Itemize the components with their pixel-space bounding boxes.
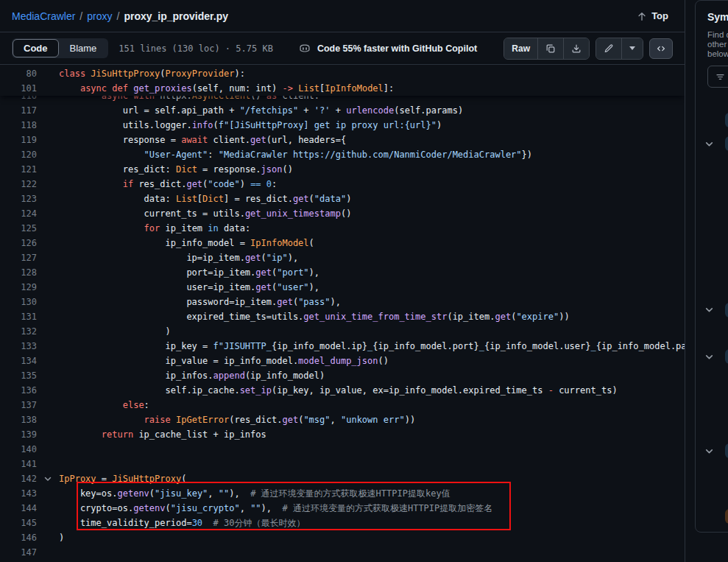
- code-text: ): [59, 530, 685, 545]
- code-line: 120 "User-Agent": "MediaCrawler https://…: [0, 147, 685, 162]
- symbol-chevron-down-icon[interactable]: [704, 304, 715, 315]
- line-number[interactable]: 122: [0, 177, 37, 192]
- line-number[interactable]: 141: [0, 457, 37, 471]
- tab-code[interactable]: Code: [13, 39, 59, 57]
- code-text: if res_dict.get("code") == 0:: [59, 177, 685, 192]
- line-number[interactable]: 119: [0, 133, 37, 147]
- line-number[interactable]: 134: [0, 354, 37, 368]
- line-number[interactable]: 144: [0, 501, 37, 516]
- code-line: 101 async def get_proxies(self, num: int…: [0, 81, 685, 96]
- code-text: res_dict: Dict = response.json(): [59, 162, 685, 177]
- gutter: [37, 324, 59, 339]
- gutter: [37, 265, 59, 280]
- code-text: port=ip_item.get("port"),: [59, 265, 685, 280]
- gutter: [37, 442, 59, 457]
- edit-dropdown-button[interactable]: [622, 38, 643, 59]
- line-number[interactable]: 121: [0, 162, 37, 177]
- scroll-to-top-button[interactable]: Top: [632, 7, 673, 24]
- code-viewport: 116 async with httpx.AsyncClient() as cl…: [0, 65, 685, 562]
- symbols-panel: Symbols Find definitions and references …: [695, 0, 728, 533]
- symbol-chevron-down-icon[interactable]: [704, 351, 715, 362]
- line-number[interactable]: 117: [0, 103, 37, 118]
- line-number[interactable]: 138: [0, 412, 37, 427]
- symbol-pill[interactable]: [725, 303, 728, 317]
- line-number[interactable]: 124: [0, 206, 37, 221]
- line-number[interactable]: 143: [0, 486, 37, 501]
- code-text: data: List[Dict] = res_dict.get("data"): [59, 192, 685, 206]
- code-line: 129 user=ip_item.get("user"),: [0, 280, 685, 295]
- edit-button[interactable]: [596, 38, 622, 59]
- code-line: 125 for ip_item in data:: [0, 221, 685, 236]
- symbol-chevron-down-icon[interactable]: [704, 446, 715, 456]
- gutter: [37, 250, 59, 265]
- file-meta-info: 151 lines (130 loc) · 5.75 KB: [119, 43, 273, 54]
- symbols-panel-title: Symbols: [707, 11, 728, 23]
- tab-blame[interactable]: Blame: [59, 39, 108, 57]
- symbol-pill[interactable]: [725, 349, 728, 364]
- code-text: password=ip_item.get("pass"),: [59, 295, 685, 309]
- symbol-pill[interactable]: [725, 443, 728, 458]
- line-number[interactable]: 123: [0, 192, 37, 206]
- symbol-pill[interactable]: [725, 136, 728, 151]
- line-number[interactable]: 136: [0, 383, 37, 398]
- collapse-chevron-icon[interactable]: [37, 471, 59, 486]
- line-number[interactable]: 129: [0, 280, 37, 295]
- gutter: [37, 192, 59, 206]
- line-number[interactable]: 128: [0, 265, 37, 280]
- line-number[interactable]: 140: [0, 442, 37, 457]
- code-line: 127 ip=ip_item.get("ip"),: [0, 250, 685, 265]
- line-number[interactable]: 120: [0, 147, 37, 162]
- line-number[interactable]: 147: [0, 545, 37, 560]
- line-number[interactable]: 118: [0, 118, 37, 133]
- line-number[interactable]: 131: [0, 309, 37, 324]
- breadcrumb-repo-link[interactable]: MediaCrawler: [12, 10, 75, 22]
- symbols-filter-input[interactable]: [707, 66, 728, 88]
- gutter: [37, 162, 59, 177]
- code-text: current_ts = utils.get_unix_timestamp(): [59, 206, 685, 221]
- line-number[interactable]: 127: [0, 250, 37, 265]
- raw-button[interactable]: Raw: [504, 38, 538, 59]
- breadcrumb-folder-link[interactable]: proxy: [87, 10, 112, 22]
- copy-icon: [545, 43, 556, 54]
- line-number[interactable]: 132: [0, 324, 37, 339]
- gutter: [37, 295, 59, 309]
- line-number[interactable]: 145: [0, 516, 37, 530]
- gutter: [37, 398, 59, 412]
- line-number[interactable]: 125: [0, 221, 37, 236]
- line-number[interactable]: 126: [0, 236, 37, 250]
- line-number[interactable]: 135: [0, 368, 37, 383]
- line-number[interactable]: 130: [0, 295, 37, 309]
- gutter: [37, 81, 59, 96]
- line-number[interactable]: 101: [0, 81, 37, 96]
- code-line: 128 port=ip_item.get("port"),: [0, 265, 685, 280]
- code-text: class JiSuHttpProxy(ProxyProvider):: [59, 66, 685, 81]
- code-line: 131 expired_time_ts=utils.get_unix_time_…: [0, 309, 685, 324]
- code-text: return ip_cache_list + ip_infos: [59, 427, 685, 442]
- code-text: else:: [59, 398, 685, 412]
- line-number[interactable]: 133: [0, 339, 37, 354]
- symbol-pill-highlighted[interactable]: [725, 509, 728, 524]
- toolbar-actions: Raw: [503, 38, 673, 60]
- line-number[interactable]: 137: [0, 398, 37, 412]
- line-number[interactable]: 142: [0, 471, 37, 486]
- code-text: ip_key = f"JISUHTTP_{ip_info_model.ip}_{…: [59, 339, 685, 354]
- breadcrumb-separator: /: [116, 10, 119, 22]
- code-line: 126 ip_info_model = IpInfoModel(: [0, 236, 685, 250]
- symbols-panel-toggle-button[interactable]: [649, 38, 673, 59]
- code-line: 130 password=ip_item.get("pass"),: [0, 295, 685, 309]
- symbol-pill[interactable]: [725, 113, 728, 127]
- gutter: [37, 206, 59, 221]
- copy-button[interactable]: [538, 38, 564, 59]
- line-number[interactable]: 146: [0, 530, 37, 545]
- download-button[interactable]: [564, 38, 589, 59]
- code-line: 123 data: List[Dict] = res_dict.get("dat…: [0, 192, 685, 206]
- line-number[interactable]: 139: [0, 427, 37, 442]
- gutter: [37, 147, 59, 162]
- symbol-chevron-down-icon[interactable]: [704, 138, 715, 149]
- description-line: Find definitions and references for func…: [707, 30, 728, 40]
- breadcrumb-separator: /: [79, 10, 82, 22]
- line-number[interactable]: 80: [0, 66, 37, 81]
- code-text: self.ip_cache.set_ip(ip_key, ip_value, e…: [59, 383, 685, 398]
- gutter: [37, 427, 59, 442]
- file-view: MediaCrawler / proxy / proxy_ip_provider…: [0, 0, 685, 562]
